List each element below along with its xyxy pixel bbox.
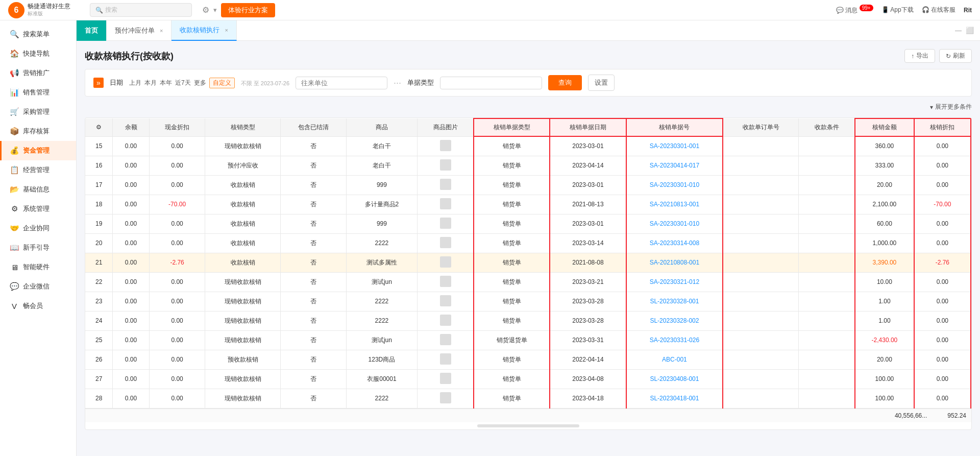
sidebar-item-enterprise[interactable]: 🤝企业协同 [0,219,76,238]
notification-area[interactable]: 💬 消息 99+ [836,5,873,15]
th-settings[interactable]: ⚙ [85,118,113,136]
cell-receipt-condition [799,389,855,408]
cell-voucher-type: 销货单 [474,233,550,253]
voucher-no-link[interactable]: SA-20230301-001 [650,142,699,150]
cell-voucher-date: 2023-03-01 [550,175,626,195]
voucher-no-link[interactable]: SA-20230314-008 [650,239,699,247]
cell-img [418,350,474,369]
cell-voucher-date: 2023-03-14 [550,233,626,253]
table-row: 20 0.00 0.00 收款核销 否 2222 销货单 2023-03-14 … [85,233,971,253]
cell-receipt-order-no [723,175,799,195]
cell-product: 999 [346,214,417,233]
tab-home-label: 首页 [85,26,98,35]
cell-no: 24 [85,311,113,330]
sidebar-label-marketing: 营销推广 [23,68,50,78]
cell-receipt-condition [799,136,855,156]
sidebar-item-basic-info[interactable]: 📂基础信息 [0,180,76,199]
th-balance: 余额 [113,118,149,136]
sidebar-item-smart-hw[interactable]: 🖥智能硬件 [0,257,76,277]
cell-voucher-date: 2023-03-28 [550,292,626,311]
user-name[interactable]: Rit [964,7,972,14]
voucher-no-link[interactable]: SA-20210813-001 [650,201,699,208]
voucher-no-link[interactable]: SA-20230301-010 [650,220,699,227]
expand-button[interactable]: » [93,78,104,88]
th-product: 商品 [346,118,417,136]
date-7days[interactable]: 近7天 [175,79,191,87]
voucher-type-select[interactable] [440,77,542,89]
sidebar-item-finance[interactable]: 💰资金管理 [0,141,76,160]
voucher-no-link[interactable]: SA-20230331-026 [650,337,699,344]
top-search-bar[interactable]: 🔍 搜索 [90,3,192,17]
sidebar-item-member[interactable]: V畅会员 [0,296,76,316]
cell-cash-discount: 0.00 [149,156,205,175]
cell-writeoff-discount: 0.00 [914,369,971,389]
logo-area: 6 畅捷通谱好生意 标准版 [8,2,85,18]
tab-prepay-close[interactable]: × [160,28,163,34]
date-last-month[interactable]: 上月 [129,79,141,87]
sidebar-icon-search-menu: 🔍 [10,30,19,39]
filter-settings-button[interactable]: 设置 [588,75,615,91]
expand-more-btn[interactable]: ▾ 展开更多条件 [930,103,972,111]
cell-receipt-condition [799,156,855,175]
sidebar-item-guide[interactable]: 📖新手引导 [0,238,76,257]
cell-voucher-date: 2021-08-08 [550,253,626,272]
voucher-no-link[interactable]: SA-20210808-001 [650,259,699,266]
partner-input[interactable] [296,77,387,89]
footer-total-amount: 40,556,66... [895,412,927,419]
online-support[interactable]: 🎧 在线客服 [922,6,955,14]
cell-receipt-order-no [723,292,799,311]
cell-writeoff-amount: 100.00 [855,389,914,408]
cell-writeoff-amount: 333.00 [855,156,914,175]
export-button[interactable]: ↑ 导出 [904,49,935,63]
horizontal-scrollbar[interactable] [477,424,579,427]
voucher-no-link[interactable]: SL-20230418-001 [650,395,699,402]
tab-collection[interactable]: 收款核销执行 × [172,20,236,41]
sidebar-label-guide: 新手引导 [23,243,50,252]
tab-maximize-icon[interactable]: ⬜ [966,27,974,34]
cell-include-settled: 否 [281,292,347,311]
refresh-button[interactable]: ↻ 刷新 [939,49,972,63]
voucher-no-link[interactable]: SA-20230321-012 [650,278,699,285]
settings-icon[interactable]: ⚙ [202,5,209,15]
sidebar-label-inventory: 库存核算 [23,127,50,136]
filter-bar: » 日期 上月 本月 本年 近7天 更多 自定义 不限 至 2023-07-26… [85,69,972,97]
voucher-no-link[interactable]: SL-20230408-001 [650,375,699,382]
page-content: 收款核销执行(按收款) ↑ 导出 ↻ 刷新 » 日期 上月 [77,41,980,456]
voucher-no-link[interactable]: SL-20230328-001 [650,298,699,305]
tab-home[interactable]: 首页 [77,20,107,41]
sidebar-item-marketing[interactable]: 📢营销推广 [0,63,76,83]
sidebar-item-purchase[interactable]: 🛒采购管理 [0,102,76,122]
sidebar-item-inventory[interactable]: 📦库存核算 [0,122,76,141]
solution-button[interactable]: 体验行业方案 [221,3,275,17]
date-this-month[interactable]: 本月 [144,79,157,87]
cell-no: 15 [85,136,113,156]
sidebar-item-search-menu[interactable]: 🔍搜索菜单 [0,25,76,44]
sidebar-icon-quick-nav: 🏠 [10,49,19,58]
cell-product: 2222 [346,389,417,408]
date-more[interactable]: 更多 [194,79,206,87]
tab-collection-close[interactable]: × [225,27,228,33]
voucher-no-link[interactable]: ABC-001 [662,356,687,363]
voucher-no-link[interactable]: SL-20230328-002 [650,317,699,324]
cell-writeoff-discount: -70.00 [914,195,971,214]
cell-product: 老白干 [346,136,417,156]
tab-prepay[interactable]: 预付冲应付单 × [107,20,172,41]
sidebar-item-quick-nav[interactable]: 🏠快捷导航 [0,44,76,63]
cell-balance: 0.00 [113,233,149,253]
date-this-year[interactable]: 本年 [160,79,172,87]
filter-dots[interactable]: ··· [394,78,401,88]
cell-no: 28 [85,389,113,408]
voucher-no-link[interactable]: SA-20230301-010 [650,181,699,188]
tab-minimize-icon[interactable]: — [955,27,962,34]
sidebar-item-system[interactable]: ⚙系统管理 [0,199,76,219]
query-button[interactable]: 查询 [548,75,582,90]
sidebar-item-weixin[interactable]: 💬企业微信 [0,277,76,296]
date-custom[interactable]: 自定义 [209,78,235,88]
sidebar-item-sales[interactable]: 📊销售管理 [0,83,76,102]
voucher-no-link[interactable]: SA-20230414-017 [650,162,699,169]
app-download[interactable]: 📱 App下载 [881,6,914,14]
th-include-settled: 包含已结清 [281,118,347,136]
dropdown-icon[interactable]: ▾ [213,6,217,14]
cell-voucher-date: 2023-03-31 [550,330,626,350]
sidebar-item-operation[interactable]: 📋经营管理 [0,160,76,180]
